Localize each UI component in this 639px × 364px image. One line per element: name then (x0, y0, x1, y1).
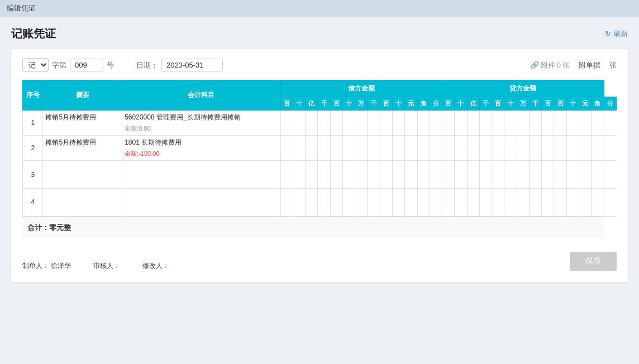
row0-debit-digit-2[interactable] (306, 111, 318, 136)
row0-credit-digit-9[interactable] (554, 111, 566, 136)
row3-credit-digit-6[interactable] (517, 189, 529, 217)
row1-debit-digit-11[interactable] (417, 136, 430, 161)
row0-credit-digit-6[interactable] (517, 111, 529, 136)
row0-debit-digit-8[interactable] (380, 111, 392, 136)
row2-credit-digit-12[interactable] (592, 161, 604, 189)
row2-debit-digit-9[interactable] (393, 161, 405, 189)
attach-single[interactable]: 附单据 (579, 60, 600, 70)
row2-credit-digit-1[interactable] (455, 161, 467, 189)
row1-debit-digit-10[interactable] (405, 136, 417, 161)
save-button[interactable]: 保存 (570, 252, 617, 271)
row0-debit-digit-11[interactable] (417, 111, 430, 136)
row2-credit-digit-11[interactable] (579, 161, 591, 189)
row3-debit-digit-5[interactable] (342, 189, 355, 217)
row0-credit-digit-3[interactable] (479, 111, 492, 136)
row3-credit-digit-0[interactable] (442, 189, 455, 217)
row1-credit-digit-3[interactable] (479, 136, 492, 161)
row1-debit-digit-9[interactable] (393, 136, 405, 161)
row2-debit-digit-8[interactable] (380, 161, 392, 189)
row2-credit-digit-3[interactable] (479, 161, 492, 189)
table-row[interactable]: 1摊销5月待摊费用56020008 管理费用_长期待摊费用摊销余额:0.00 (23, 111, 617, 136)
row0-debit-digit-7[interactable] (368, 111, 380, 136)
row1-credit-digit-8[interactable] (542, 136, 554, 161)
date-input[interactable] (161, 59, 223, 71)
row2-debit-digit-4[interactable] (330, 161, 342, 189)
row2-debit-digit-2[interactable] (306, 161, 318, 189)
row3-credit-digit-4[interactable] (492, 189, 504, 217)
row0-debit-digit-6[interactable] (355, 111, 368, 136)
row3-debit-digit-6[interactable] (355, 189, 368, 217)
row0-debit-digit-3[interactable] (318, 111, 330, 136)
row1-debit-digit-7[interactable] (368, 136, 380, 161)
row3-debit-digit-2[interactable] (306, 189, 318, 217)
row3-credit-digit-12[interactable] (592, 189, 604, 217)
row3-credit-digit-2[interactable] (467, 189, 479, 217)
row-summary-1[interactable]: 摊销5月待摊费用 (43, 136, 122, 161)
row3-debit-digit-7[interactable] (368, 189, 380, 217)
row1-credit-digit-5[interactable] (504, 136, 517, 161)
row3-credit-digit-7[interactable] (529, 189, 541, 217)
row2-debit-digit-10[interactable] (405, 161, 417, 189)
row3-credit-digit-3[interactable] (479, 189, 492, 217)
row1-credit-digit-9[interactable] (554, 136, 566, 161)
row-summary-2[interactable] (43, 161, 122, 189)
row2-credit-digit-10[interactable] (566, 161, 579, 189)
row2-credit-digit-7[interactable] (529, 161, 541, 189)
row0-debit-digit-5[interactable] (342, 111, 355, 136)
row0-debit-digit-12[interactable] (430, 111, 442, 136)
row3-debit-digit-9[interactable] (393, 189, 405, 217)
table-row[interactable]: 3 (23, 161, 617, 189)
row3-debit-digit-8[interactable] (380, 189, 392, 217)
row0-credit-digit-4[interactable] (492, 111, 504, 136)
row1-debit-digit-5[interactable] (342, 136, 355, 161)
row1-debit-digit-3[interactable] (318, 136, 330, 161)
row2-debit-digit-0[interactable] (280, 161, 293, 189)
table-row[interactable]: 4 (23, 189, 617, 217)
row1-credit-digit-0[interactable] (442, 136, 455, 161)
voucher-type-select[interactable]: 记 收 付 (22, 58, 49, 72)
row3-debit-digit-10[interactable] (405, 189, 417, 217)
row3-debit-digit-3[interactable] (318, 189, 330, 217)
row-summary-3[interactable] (43, 189, 122, 217)
row0-credit-digit-10[interactable] (566, 111, 579, 136)
attach-link[interactable]: 🔗 附件 0 张 (530, 60, 570, 70)
row3-credit-digit-5[interactable] (504, 189, 517, 217)
row1-debit-digit-6[interactable] (355, 136, 368, 161)
row0-debit-digit-0[interactable] (280, 111, 293, 136)
row3-credit-digit-9[interactable] (554, 189, 566, 217)
row-account-1[interactable]: 1801 长期待摊费用余额:-100.00 (122, 136, 280, 161)
row1-credit-digit-6[interactable] (517, 136, 529, 161)
row2-debit-digit-12[interactable] (430, 161, 442, 189)
row1-debit-digit-2[interactable] (306, 136, 318, 161)
row2-debit-digit-7[interactable] (368, 161, 380, 189)
row3-debit-digit-0[interactable] (280, 189, 293, 217)
row2-credit-digit-4[interactable] (492, 161, 504, 189)
row1-credit-digit-2[interactable] (467, 136, 479, 161)
row3-debit-digit-11[interactable] (417, 189, 430, 217)
table-row[interactable]: 2摊销5月待摊费用1801 长期待摊费用余额:-100.00 (23, 136, 617, 161)
row1-debit-digit-8[interactable] (380, 136, 392, 161)
row0-debit-digit-9[interactable] (393, 111, 405, 136)
row3-debit-digit-12[interactable] (430, 189, 442, 217)
row0-debit-digit-1[interactable] (293, 111, 305, 136)
row0-credit-digit-12[interactable] (592, 111, 604, 136)
row-account-0[interactable]: 56020008 管理费用_长期待摊费用摊销余额:0.00 (122, 111, 280, 136)
row2-debit-digit-5[interactable] (342, 161, 355, 189)
row2-debit-digit-6[interactable] (355, 161, 368, 189)
row1-debit-digit-12[interactable] (430, 136, 442, 161)
row1-debit-digit-1[interactable] (293, 136, 305, 161)
row0-credit-digit-11[interactable] (579, 111, 591, 136)
row2-credit-digit-2[interactable] (467, 161, 479, 189)
row2-credit-digit-6[interactable] (517, 161, 529, 189)
row1-debit-digit-0[interactable] (280, 136, 293, 161)
row1-debit-digit-4[interactable] (330, 136, 342, 161)
row1-credit-digit-4[interactable] (492, 136, 504, 161)
row3-credit-digit-11[interactable] (579, 189, 591, 217)
row2-debit-digit-1[interactable] (293, 161, 305, 189)
row1-credit-digit-10[interactable] (566, 136, 579, 161)
row0-debit-digit-10[interactable] (405, 111, 417, 136)
row0-credit-digit-2[interactable] (467, 111, 479, 136)
row-account-2[interactable] (122, 161, 280, 189)
row3-debit-digit-1[interactable] (293, 189, 305, 217)
row1-credit-digit-11[interactable] (579, 136, 591, 161)
